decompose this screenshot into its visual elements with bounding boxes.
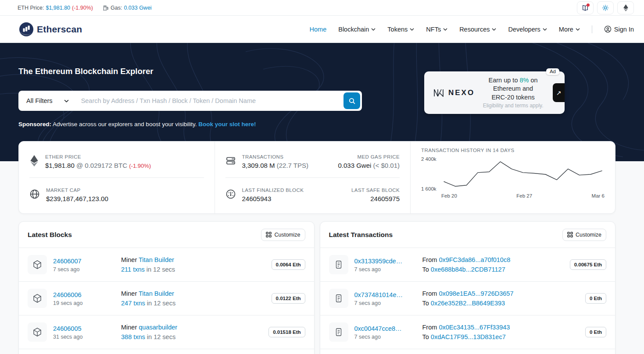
stats-col-chart: TRANSACTION HISTORY IN 14 DAYS 2 400k 1 … <box>410 142 615 213</box>
from-address-link[interactable]: 0x098e1EA5...9726D3657 <box>439 290 513 297</box>
grid-icon <box>266 232 272 237</box>
ad-open-button[interactable]: ↗ <box>553 83 565 102</box>
chevron-down-icon <box>443 27 447 32</box>
block-time: 7 secs ago <box>53 266 121 273</box>
stat-med-gas: MED GAS PRICE 0.033 Gwei (< $0.01) <box>338 152 400 169</box>
tx-history-line <box>444 162 602 186</box>
to-address-link[interactable]: 0x26e352B2...B8649E393 <box>431 300 505 307</box>
block-row: 24606007 7 secs ago Miner Titan Builder … <box>19 248 314 282</box>
from-label: From <box>422 256 437 263</box>
nexo-logo-icon <box>434 89 445 97</box>
stat-label: MED GAS PRICE <box>357 154 400 159</box>
topbar: ETH Price: $1,981.80 (-1.90%) Gas: 0.033… <box>0 0 644 16</box>
block-reward-badge: 0.01518 Eth <box>268 327 305 337</box>
block-cube-icon <box>28 289 47 308</box>
gas-price: Gas: 0.033 Gwei <box>103 5 152 11</box>
navbar: Etherscan Home Blockchain Tokens NFTs Re… <box>0 16 644 43</box>
from-address-link[interactable]: 0x0Ec34135...67Ff33943 <box>439 324 510 331</box>
customize-button[interactable]: Customize <box>261 229 305 241</box>
txns-link[interactable]: 247 txns <box>121 300 145 307</box>
tx-hash-link[interactable]: 0x737481014e… <box>354 291 403 298</box>
theme-toggle-button[interactable] <box>597 1 614 14</box>
topbar-stats: ETH Price: $1,981.80 (-1.90%) Gas: 0.033… <box>18 5 152 11</box>
nav-item-more[interactable]: More <box>559 26 580 33</box>
search-filter-dropdown[interactable]: All Filters <box>26 97 76 104</box>
to-address-link[interactable]: 0xe688b84b...2CDB71127 <box>431 266 505 273</box>
document-icon <box>329 255 348 274</box>
gas-value[interactable]: 0.033 Gwei <box>124 5 151 11</box>
miner-link[interactable]: Titan Builder <box>139 256 174 263</box>
transaction-row: 0x737481014e… 7 secs ago From 0x098e1EA5… <box>320 282 615 315</box>
brand-logo[interactable]: Etherscan <box>19 22 82 36</box>
chart-title: TRANSACTION HISTORY IN 14 DAYS <box>421 148 605 153</box>
chevron-down-icon <box>410 27 414 32</box>
nav-item-home[interactable]: Home <box>310 26 327 33</box>
miner-label: Miner <box>121 324 137 331</box>
stat-value[interactable]: $1,981.80 @ 0.029172 BTC (-1.90%) <box>45 162 151 169</box>
customize-button[interactable]: Customize <box>562 229 606 241</box>
ethereum-icon <box>623 4 629 11</box>
miner-link[interactable]: Titan Builder <box>139 290 174 297</box>
stat-finalized-block: LAST FINALIZED BLOCK 24605943 <box>225 186 304 202</box>
chevron-down-icon <box>543 27 547 32</box>
ad-highlight: 8% <box>519 77 529 84</box>
nav-item-developers[interactable]: Developers <box>508 26 547 33</box>
x-tick: Feb 27 <box>516 193 532 198</box>
network-button[interactable] <box>617 1 634 14</box>
stat-value[interactable]: 0.033 Gwei (< $0.01) <box>338 162 400 169</box>
y-tick: 1 600k <box>421 186 441 191</box>
chart-plot <box>441 156 605 192</box>
tx-history-chart: 2 400k 1 600k <box>421 156 605 192</box>
stat-value[interactable]: 3,309.08 M (22.7 TPS) <box>242 162 309 169</box>
sponsored-label: Sponsored: <box>18 121 51 127</box>
nav-item-blockchain[interactable]: Blockchain <box>338 26 376 33</box>
stat-label: ETHER PRICE <box>45 154 81 159</box>
search-input[interactable] <box>76 97 343 104</box>
sponsored-text: Advertise across our explorers and boost… <box>51 121 198 127</box>
eth-price-value[interactable]: $1,981.80 <box>46 5 70 11</box>
x-tick: Mar 6 <box>592 193 605 198</box>
stat-transactions: TRANSACTIONS 3,309.08 M (22.7 TPS) <box>225 152 309 169</box>
miner-link[interactable]: quasarbuilder <box>139 324 177 331</box>
grid-icon <box>567 232 573 237</box>
stats-col-network: TRANSACTIONS 3,309.08 M (22.7 TPS) MED G… <box>215 142 411 213</box>
stats-overview-card: ETHER PRICE $1,981.80 @ 0.029172 BTC (-1… <box>18 141 615 214</box>
stat-value[interactable]: 24605975 <box>351 195 400 202</box>
stat-value[interactable]: $239,187,467,123.00 <box>46 195 108 202</box>
block-number-link[interactable]: 24606005 <box>53 325 82 332</box>
block-number-link[interactable]: 24606006 <box>53 291 82 298</box>
from-label: From <box>422 290 437 297</box>
to-label: To <box>422 300 429 307</box>
tx-hash-link[interactable]: 0x3133959cde… <box>354 258 403 265</box>
stat-label: LAST SAFE BLOCK <box>351 188 400 193</box>
tx-time: 7 secs ago <box>354 300 422 306</box>
block-number-link[interactable]: 24606007 <box>53 258 82 265</box>
latest-transactions-panel: Latest Transactions Customize 0x3133959c… <box>320 221 616 354</box>
sponsored-link[interactable]: Book your slot here! <box>198 121 256 127</box>
nav-item-resources[interactable]: Resources <box>459 26 496 33</box>
main-content: ETHER PRICE $1,981.80 @ 0.029172 BTC (-1… <box>18 141 615 354</box>
nav-item-nfts[interactable]: NFTs <box>426 26 447 33</box>
ad-text: Earn up to 8% on Ethereum and ERC-20 tok… <box>475 76 565 110</box>
nav-item-tokens[interactable]: Tokens <box>387 26 414 33</box>
tx-hash-link[interactable]: 0xc00447cce8… <box>354 325 402 332</box>
panel-title: Latest Transactions <box>329 231 393 239</box>
from-label: From <box>422 324 437 331</box>
docs-button[interactable] <box>577 1 594 14</box>
ad-badge: Ad <box>546 68 559 75</box>
tx-value-badge: 0 Eth <box>585 293 606 304</box>
ad-disclaimer: Eligibility and terms apply. <box>475 102 551 109</box>
tx-time: 7 secs ago <box>354 334 422 340</box>
to-address-link[interactable]: 0xdAC17F95...13D831ec7 <box>431 333 506 340</box>
document-icon <box>329 322 348 342</box>
txns-link[interactable]: 211 txns <box>121 266 145 273</box>
txns-link[interactable]: 388 txns <box>121 333 145 340</box>
ad-banner[interactable]: Ad NEXO Earn up to 8% on Ethereum and ER… <box>424 71 565 114</box>
stat-value[interactable]: 24605943 <box>242 195 304 202</box>
nav-divider <box>592 25 592 33</box>
from-address-link[interactable]: 0x9FC3da86...a70f010c8 <box>439 256 510 263</box>
search-button[interactable] <box>343 92 360 109</box>
sign-in-button[interactable]: Sign In <box>604 25 634 33</box>
panels-row: Latest Blocks Customize 24606007 7 secs … <box>18 221 615 354</box>
nexo-logo: NEXO <box>434 88 475 97</box>
